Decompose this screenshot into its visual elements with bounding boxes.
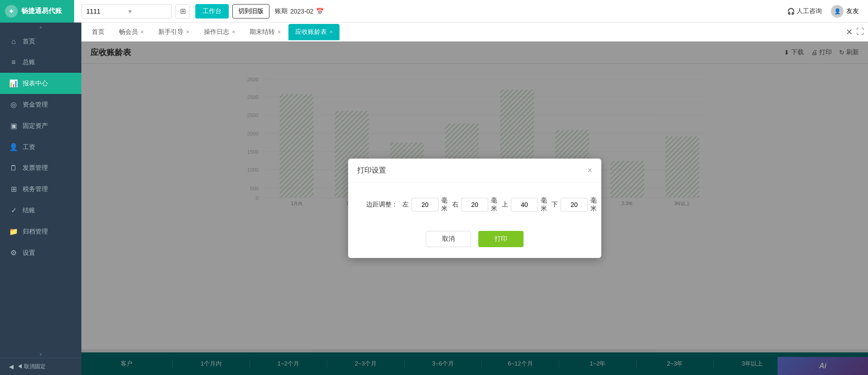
sidebar-item-funds[interactable]: ◎ 资金管理 (0, 94, 81, 115)
user-menu[interactable]: 👤 友友 (831, 5, 859, 18)
sidebar-item-tax[interactable]: ⊞ 税务管理 (0, 178, 81, 200)
ledger-icon: ≡ (9, 58, 18, 66)
left-unit: 毫米 (441, 197, 448, 213)
right-margin-input[interactable] (461, 198, 488, 211)
sidebar: ▲ ⌂ 首页 ≡ 总账 📊 报表中心 ◎ 资金管理 ▣ 固定资产 (0, 23, 81, 375)
reports-icon: 📊 (9, 79, 18, 88)
bottom-unit: 毫米 (590, 197, 597, 213)
top-margin-input[interactable] (511, 198, 538, 211)
tab-label: 操作日志 (204, 28, 229, 36)
invoice-icon: 🗒 (9, 164, 18, 172)
tab-close-period[interactable]: × (278, 29, 281, 35)
tabs-right-controls: ✕ ⛶ (846, 27, 864, 37)
sidebar-item-checkout[interactable]: ✓ 结账 (0, 200, 81, 221)
tab-close-member[interactable]: × (141, 29, 144, 35)
sidebar-item-assets[interactable]: ▣ 固定资产 (0, 115, 81, 136)
top-unit: 毫米 (541, 197, 547, 213)
username: 友友 (846, 7, 859, 15)
sidebar-item-settings[interactable]: ⚙ 设置 (0, 242, 81, 263)
support-button[interactable]: 🎧 人工咨询 (787, 7, 822, 15)
tab-close-guide[interactable]: × (186, 29, 189, 35)
tab-ar-aging[interactable]: 应收账龄表 × (288, 24, 340, 40)
sidebar-item-label: 发票管理 (23, 164, 48, 172)
modal-overlay: 打印设置 × 边距调整： 左 毫米 (81, 42, 868, 375)
archive-icon: ⊞ (180, 7, 186, 15)
right-unit: 毫米 (491, 197, 497, 213)
sidebar-item-salary[interactable]: 👤 工资 (0, 136, 81, 158)
sidebar-item-invoice[interactable]: 🗒 发票管理 (0, 158, 81, 178)
margin-left-group: 左 毫米 (402, 197, 448, 213)
margin-label: 边距调整： (366, 201, 398, 209)
tabs-bar: 首页 畅会员 × 新手引导 × 操作日志 × 期末结转 × 应收账龄表 × (81, 23, 868, 42)
tab-close-ar[interactable]: × (330, 29, 333, 35)
sidebar-item-label: 工资 (23, 143, 35, 151)
sidebar-item-home[interactable]: ⌂ 首页 (0, 31, 81, 52)
avatar: 👤 (831, 5, 844, 18)
modal-body: 边距调整： 左 毫米 右 毫米 (348, 183, 601, 226)
bottom-margin-label: 下 (552, 201, 558, 209)
account-selector[interactable]: 1111 ▾ (81, 4, 172, 19)
logo-icon: ✦ (5, 5, 18, 18)
pin-icon: ◀ (9, 363, 14, 370)
tab-label: 应收账龄表 (295, 28, 327, 36)
sidebar-item-label: 首页 (23, 38, 35, 46)
calendar-icon[interactable]: 📅 (316, 8, 324, 15)
archive-sidebar-icon: 📁 (9, 227, 18, 236)
tax-icon: ⊞ (9, 185, 18, 193)
margin-right-group: 右 毫米 (452, 197, 497, 213)
funds-icon: ◎ (9, 100, 18, 109)
margin-top-group: 上 毫米 (502, 197, 547, 213)
sidebar-pin-toggle[interactable]: ◀ ◀ 取消固定 (0, 358, 81, 375)
right-label: 右 (452, 201, 458, 209)
sidebar-item-label: 结账 (23, 206, 35, 215)
modal-close-button[interactable]: × (587, 166, 592, 175)
tab-member[interactable]: 畅会员 × (112, 24, 151, 40)
margin-row: 边距调整： 左 毫米 右 毫米 (366, 197, 583, 213)
close-all-tabs-button[interactable]: ✕ (846, 27, 853, 37)
headset-icon: 🎧 (787, 8, 795, 15)
logo-text: 畅捷通易代账 (21, 7, 62, 15)
sidebar-item-label: 归档管理 (23, 228, 48, 236)
print-settings-modal: 打印设置 × 边距调整： 左 毫米 (348, 159, 601, 258)
period-value: 2023-02 (290, 8, 313, 15)
sidebar-item-label: 设置 (23, 249, 35, 257)
tab-guide[interactable]: 新手引导 × (151, 24, 196, 40)
modal-header: 打印设置 × (348, 159, 601, 183)
sidebar-item-archive[interactable]: 📁 归档管理 (0, 221, 81, 242)
checkout-icon: ✓ (9, 206, 18, 215)
avatar-icon: 👤 (834, 8, 841, 14)
support-label: 人工咨询 (797, 7, 822, 15)
workbench-button[interactable]: 工作台 (195, 4, 229, 19)
tab-oplog[interactable]: 操作日志 × (197, 24, 242, 40)
sidebar-item-label: 固定资产 (23, 122, 48, 130)
tab-label: 首页 (92, 28, 104, 36)
modal-title: 打印设置 (357, 166, 587, 175)
sidebar-scroll: ⌂ 首页 ≡ 总账 📊 报表中心 ◎ 资金管理 ▣ 固定资产 👤 工资 (0, 31, 81, 351)
sidebar-item-label: 总账 (23, 58, 35, 66)
bottom-margin-input[interactable] (561, 198, 588, 211)
expand-button[interactable]: ⛶ (856, 27, 864, 37)
tab-label: 期末结转 (250, 28, 275, 36)
margin-bottom-group: 下 毫米 (552, 197, 597, 213)
page-content: 应收账龄表 ⬇ 下载 🖨 打印 ↻ 刷新 (81, 42, 868, 375)
tab-label: 新手引导 (158, 28, 184, 36)
pin-label: ◀ 取消固定 (17, 363, 46, 370)
left-label: 左 (402, 201, 409, 209)
tab-home[interactable]: 首页 (85, 24, 111, 40)
confirm-print-button[interactable]: 打印 (478, 231, 524, 247)
sidebar-item-ledger[interactable]: ≡ 总账 (0, 52, 81, 73)
tab-period-close[interactable]: 期末结转 × (243, 24, 288, 40)
logo: ✦ 畅捷通易代账 (0, 0, 74, 23)
left-margin-input[interactable] (411, 198, 439, 211)
top-label: 上 (502, 201, 508, 209)
sidebar-item-label: 税务管理 (23, 185, 48, 193)
sidebar-item-reports[interactable]: 📊 报表中心 (0, 73, 81, 94)
modal-footer: 取消 打印 (348, 226, 601, 258)
tab-label: 畅会员 (119, 28, 138, 36)
archive-button[interactable]: ⊞ (175, 4, 190, 19)
assets-icon: ▣ (9, 122, 18, 130)
account-name: 1111 (86, 8, 125, 15)
switch-version-button[interactable]: 切到旧版 (232, 4, 269, 19)
cancel-button[interactable]: 取消 (426, 231, 471, 247)
tab-close-oplog[interactable]: × (232, 29, 235, 35)
